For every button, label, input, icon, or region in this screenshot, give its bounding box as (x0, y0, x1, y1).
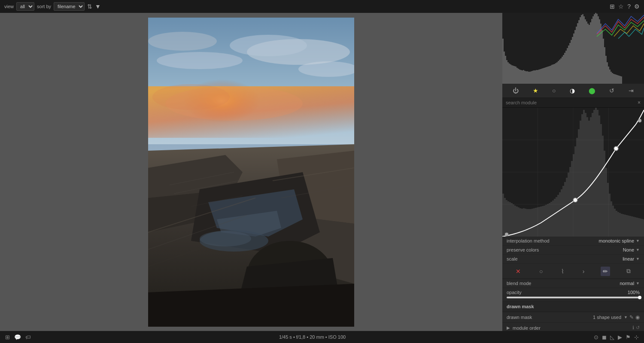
search-module-bar: × (502, 98, 644, 108)
svg-rect-165 (556, 197, 557, 237)
svg-rect-121 (614, 74, 616, 84)
topbar-right: ⊞ ☆ ? ⚙ (610, 3, 640, 10)
opacity-value: 100% (628, 290, 640, 295)
drawn-mask-row: drawn mask 1 shape used ▼ ✎ ◉ (502, 312, 644, 323)
svg-rect-50 (523, 70, 524, 84)
curve-area[interactable] (502, 108, 644, 237)
view-select[interactable]: all (16, 2, 34, 11)
drawn-mask-visible-icon[interactable]: ◉ (635, 314, 640, 320)
svg-rect-151 (532, 209, 533, 237)
module-order-reset-icon[interactable]: ↺ (636, 325, 640, 331)
mask-circle-icon[interactable]: ○ (537, 267, 545, 276)
opacity-row: opacity 100% (502, 288, 644, 301)
search-module-input[interactable] (506, 100, 638, 105)
svg-rect-209 (631, 216, 633, 237)
svg-rect-78 (559, 60, 560, 84)
svg-rect-63 (540, 69, 541, 84)
opacity-slider-fill (507, 297, 640, 298)
drawn-mask-section-label: drawn mask (507, 304, 534, 309)
statusbar-zoom-icon[interactable]: ⊙ (594, 334, 598, 340)
statusbar-play-icon[interactable]: ▶ (618, 334, 622, 340)
svg-rect-52 (526, 71, 527, 84)
statusbar-guides-icon[interactable]: ⊹ (634, 334, 639, 340)
preserve-colors-label: preserve colors (507, 247, 539, 252)
svg-rect-54 (528, 72, 529, 84)
drawn-mask-section-header: drawn mask (502, 301, 644, 312)
statusbar-watermark-icon[interactable]: ⚑ (626, 334, 631, 340)
svg-rect-148 (526, 209, 528, 237)
module-order-row[interactable]: ▶ module order ℹ ↺ (502, 323, 644, 331)
help-icon[interactable]: ? (627, 3, 631, 10)
svg-rect-196 (609, 194, 611, 237)
mask-copy-icon[interactable]: ⧉ (624, 266, 633, 276)
statusbar-bubble-icon[interactable]: 💬 (14, 334, 21, 340)
search-close-button[interactable]: × (638, 100, 641, 106)
opacity-slider-track[interactable] (507, 297, 640, 298)
statusbar-overexpose-icon[interactable]: ◺ (610, 334, 614, 340)
svg-rect-113 (604, 47, 605, 84)
mask-off-icon[interactable]: ✕ (513, 267, 523, 276)
svg-point-218 (573, 198, 577, 202)
preserve-colors-arrow[interactable]: ▼ (636, 248, 640, 252)
svg-rect-75 (555, 63, 556, 84)
star-module-icon[interactable]: ★ (531, 86, 540, 95)
svg-rect-67 (545, 67, 546, 84)
svg-rect-115 (607, 62, 608, 84)
svg-rect-135 (504, 198, 506, 237)
circle-icon[interactable]: ○ (550, 86, 557, 95)
reset-icon[interactable]: ↺ (608, 86, 616, 95)
statusbar-grid-icon[interactable]: ⊞ (5, 334, 10, 340)
sortby-select[interactable]: filename (54, 2, 85, 11)
module-toolbar: ⏻ ★ ○ ◑ ⬤ ↺ ⇥ (502, 84, 644, 98)
view-label: view (4, 4, 14, 9)
svg-rect-36 (505, 56, 506, 84)
right-panel: ⏻ ★ ○ ◑ ⬤ ↺ ⇥ × (502, 13, 644, 331)
svg-rect-40 (510, 64, 511, 84)
svg-rect-48 (520, 70, 522, 84)
svg-rect-95 (581, 15, 582, 84)
svg-rect-213 (638, 218, 640, 237)
mask-path-icon[interactable]: ⌇ (559, 267, 566, 276)
svg-rect-178 (578, 129, 580, 237)
svg-rect-71 (550, 66, 551, 84)
svg-rect-58 (533, 70, 535, 84)
interpolation-arrow[interactable]: ▼ (636, 239, 640, 243)
scale-arrow[interactable]: ▼ (636, 257, 640, 261)
svg-rect-101 (589, 25, 590, 84)
sort-asc-icon[interactable]: ⇅ (87, 3, 92, 10)
svg-rect-162 (550, 202, 552, 237)
svg-rect-104 (592, 16, 594, 84)
color-icon[interactable]: ⬤ (587, 86, 597, 95)
svg-rect-89 (573, 33, 574, 84)
svg-rect-53 (527, 71, 528, 84)
opacity-slider-thumb[interactable] (638, 296, 641, 299)
mask-toolbar: ✕ ○ ⌇ › ✏ ⧉ (502, 264, 644, 279)
preserve-colors-value-container: None ▼ (623, 247, 640, 252)
module-order-info-icon[interactable]: ℹ (632, 325, 634, 331)
power-icon[interactable]: ⏻ (511, 86, 520, 95)
statusbar-tag-icon[interactable]: 🏷 (25, 334, 31, 340)
svg-rect-98 (585, 19, 586, 84)
svg-rect-200 (616, 211, 617, 237)
blend-mode-arrow[interactable]: ▼ (636, 281, 640, 285)
svg-rect-169 (562, 186, 564, 237)
sort-desc-icon[interactable]: ▼ (95, 3, 101, 10)
export-icon[interactable]: ⇥ (627, 86, 635, 95)
drawn-mask-edit-icon[interactable]: ✎ (629, 314, 634, 320)
circle-half-icon[interactable]: ◑ (568, 86, 577, 95)
svg-rect-126 (621, 76, 622, 84)
mask-arrow-icon[interactable]: › (580, 267, 587, 276)
svg-rect-44 (515, 67, 516, 84)
svg-rect-193 (604, 151, 605, 237)
svg-rect-154 (537, 207, 538, 237)
svg-rect-149 (528, 209, 530, 237)
svg-rect-42 (513, 66, 514, 84)
interpolation-value: monotonic spline (599, 238, 635, 243)
grid-icon[interactable]: ⊞ (610, 3, 615, 10)
settings-icon[interactable]: ⚙ (634, 3, 640, 10)
drawn-mask-dropdown-arrow[interactable]: ▼ (624, 315, 628, 319)
mask-brush-icon[interactable]: ✏ (601, 267, 610, 276)
star-icon[interactable]: ☆ (618, 3, 624, 10)
statusbar-color-icon[interactable]: ◼ (602, 334, 607, 340)
svg-rect-163 (552, 200, 554, 237)
